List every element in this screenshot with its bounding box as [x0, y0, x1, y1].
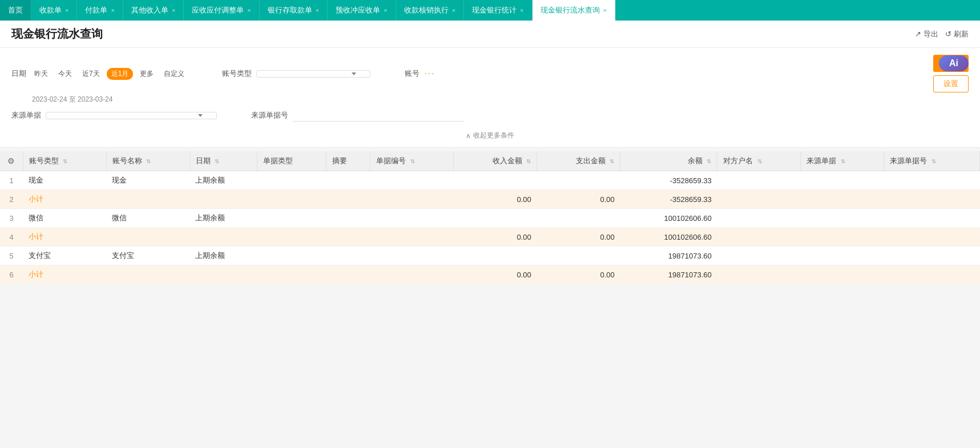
col-date-label: 日期: [196, 156, 211, 165]
col-balance-label: 余额: [688, 156, 703, 165]
col-doc-type-label: 单据类型: [263, 156, 293, 165]
filter-area: 日期 昨天 今天 近7天 近1月 更多 自定义 账号类型 账号 ···: [0, 48, 980, 148]
source-doc-no-filter: 来源单据号: [251, 109, 464, 122]
export-icon: ↗: [915, 30, 921, 38]
col-summary-label: 摘要: [332, 156, 347, 165]
source-doc-no-label: 来源单据号: [251, 110, 288, 120]
chevron-down-icon: [198, 114, 203, 117]
top-nav: 首页 收款单 × 付款单 × 其他收入单 × 应收应付调整单 × 银行存取款单 …: [0, 0, 980, 21]
col-expense: 支出金额 ⇅: [537, 151, 620, 171]
date-filter: 日期 昨天 今天 近7天 近1月 更多 自定义: [11, 68, 188, 80]
col-income-label: 收入金额: [493, 156, 522, 165]
date-yesterday[interactable]: 昨天: [31, 68, 51, 80]
source-doc-label: 来源单据: [11, 110, 41, 120]
chevron-down-icon: [352, 72, 356, 75]
gear-icon[interactable]: ⚙: [7, 156, 15, 166]
account-type-select[interactable]: [256, 70, 370, 78]
nav-prepay[interactable]: 预收冲应收单 ×: [328, 0, 396, 21]
table-header-row: ⚙ 账号类型 ⇅ 账号名称 ⇅ 日期 ⇅ 单据类型 摘要: [0, 151, 980, 171]
table-row: 5支付宝支付宝上期余额19871073.60: [0, 247, 980, 265]
col-expense-label: 支出金额: [576, 156, 606, 165]
source-doc-no-input[interactable]: [293, 109, 464, 122]
col-balance: 余额 ⇅: [620, 151, 717, 171]
nav-payment[interactable]: 付款单 ×: [77, 0, 123, 21]
col-summary: 摘要: [326, 151, 370, 171]
close-icon[interactable]: ×: [172, 7, 175, 14]
sort-icon[interactable]: ⇅: [931, 158, 936, 164]
source-doc-select[interactable]: [46, 112, 217, 119]
filter-row-1: 日期 昨天 今天 近7天 近1月 更多 自定义 账号类型 账号 ···: [11, 55, 969, 92]
collapse-bar[interactable]: ∧ 收起更多条件: [11, 127, 969, 142]
source-doc-filter: 来源单据: [11, 110, 217, 120]
date-range-display: 2023-02-24 至 2023-03-24: [32, 95, 112, 103]
header-actions: ↗ 导出 ↺ 刷新: [915, 29, 969, 39]
nav-receipt[interactable]: 收款单 ×: [31, 0, 77, 21]
date-more[interactable]: 更多: [136, 68, 157, 80]
sort-icon[interactable]: ⇅: [215, 158, 219, 164]
account-filter: 账号 ···: [405, 68, 435, 79]
col-account-type: 账号类型 ⇅: [23, 151, 106, 171]
nav-adjust[interactable]: 应收应付调整单 ×: [184, 0, 259, 21]
col-date: 日期 ⇅: [189, 151, 257, 171]
col-gear[interactable]: ⚙: [0, 151, 23, 171]
date-label: 日期: [11, 68, 26, 79]
close-icon[interactable]: ×: [603, 7, 607, 14]
nav-bank-stat[interactable]: 现金银行统计 ×: [464, 0, 532, 21]
sort-icon[interactable]: ⇅: [757, 158, 762, 164]
refresh-button[interactable]: ↺ 刷新: [945, 29, 969, 39]
sort-icon[interactable]: ⇅: [610, 158, 614, 164]
account-ellipsis[interactable]: ···: [424, 68, 435, 79]
col-doc-type: 单据类型: [257, 151, 326, 171]
nav-other-income[interactable]: 其他收入单 ×: [123, 0, 184, 21]
col-source-doc-no: 来源单据号 ⇅: [884, 151, 980, 171]
col-source-doc-label: 来源单据: [806, 156, 836, 165]
nav-home[interactable]: 首页: [0, 0, 31, 21]
date-custom[interactable]: 自定义: [160, 68, 188, 80]
col-account-name: 账号名称 ⇅: [106, 151, 189, 171]
sort-icon[interactable]: ⇅: [410, 158, 415, 164]
col-source-doc-no-label: 来源单据号: [890, 156, 927, 165]
col-account-type-label: 账号类型: [29, 156, 59, 165]
close-icon[interactable]: ×: [111, 7, 114, 14]
table-row: 4小计0.000.00100102606.60: [0, 228, 980, 247]
setting-button[interactable]: 设置: [933, 75, 969, 92]
sort-icon[interactable]: ⇅: [841, 158, 845, 164]
table-container: ⚙ 账号类型 ⇅ 账号名称 ⇅ 日期 ⇅ 单据类型 摘要: [0, 151, 980, 284]
nav-verify[interactable]: 收款核销执行 ×: [396, 0, 464, 21]
close-icon[interactable]: ×: [384, 7, 387, 14]
close-icon[interactable]: ×: [247, 7, 251, 14]
filter-row-2: 来源单据 来源单据号: [11, 109, 969, 122]
sort-icon[interactable]: ⇅: [146, 158, 151, 164]
page-title: 现金银行流水查询: [11, 26, 103, 42]
table-row: 2小计0.000.00-3528659.33: [0, 190, 980, 209]
page-header: 现金银行流水查询 ↗ 导出 ↺ 刷新: [0, 21, 980, 48]
data-table: ⚙ 账号类型 ⇅ 账号名称 ⇅ 日期 ⇅ 单据类型 摘要: [0, 151, 980, 284]
refresh-icon: ↺: [945, 30, 951, 38]
nav-bank-deposit[interactable]: 银行存取款单 ×: [260, 0, 328, 21]
sort-icon[interactable]: ⇅: [63, 158, 67, 164]
date-1month[interactable]: 近1月: [107, 68, 134, 80]
date-7days[interactable]: 近7天: [79, 68, 103, 80]
collapse-up-icon: ∧: [466, 132, 471, 140]
account-label: 账号: [405, 68, 420, 79]
export-button[interactable]: ↗ 导出: [915, 29, 938, 39]
ai-badge[interactable]: Ai: [939, 55, 969, 71]
table-row: 3微信微信上期余额100102606.60: [0, 209, 980, 228]
nav-bank-flow[interactable]: 现金银行流水查询 ×: [533, 0, 615, 21]
col-source-doc: 来源单据 ⇅: [801, 151, 884, 171]
close-icon[interactable]: ×: [520, 7, 523, 14]
date-today[interactable]: 今天: [55, 68, 75, 80]
close-icon[interactable]: ×: [452, 7, 455, 14]
table-row: 6小计0.000.0019871073.60: [0, 265, 980, 284]
col-doc-no-label: 单据编号: [376, 156, 406, 165]
sort-icon[interactable]: ⇅: [526, 158, 531, 164]
sort-icon[interactable]: ⇅: [707, 158, 711, 164]
col-counterparty: 对方户名 ⇅: [717, 151, 801, 171]
table-row: 1现金现金上期余额-3528659.33: [0, 171, 980, 190]
date-shortcuts: 昨天 今天 近7天 近1月 更多 自定义: [31, 68, 188, 80]
col-counterparty-label: 对方户名: [723, 156, 753, 165]
account-type-label: 账号类型: [222, 68, 252, 79]
close-icon[interactable]: ×: [65, 7, 68, 14]
col-doc-no: 单据编号 ⇅: [370, 151, 454, 171]
close-icon[interactable]: ×: [316, 7, 319, 14]
